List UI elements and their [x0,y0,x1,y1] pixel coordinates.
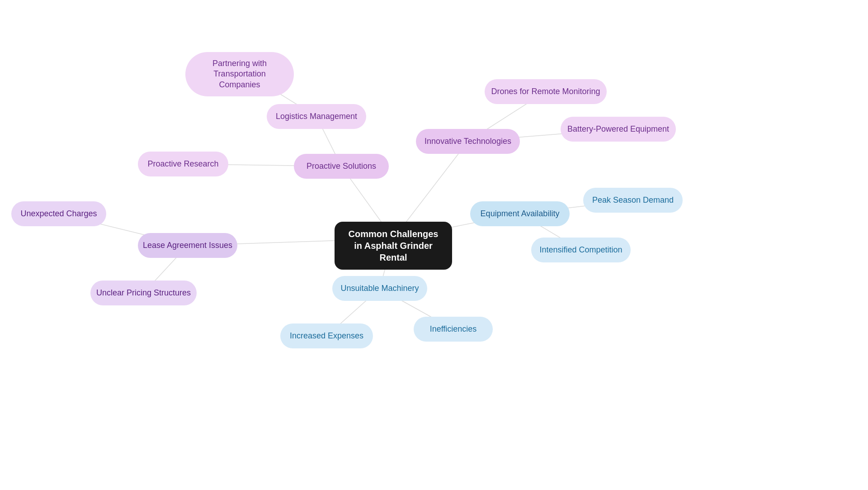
proactive-research-node: Proactive Research [138,152,228,176]
intensified-competition-node: Intensified Competition [531,238,631,262]
peak-season-demand-node: Peak Season Demand [583,188,683,213]
unsuitable-machinery-node: Unsuitable Machinery [332,276,427,301]
inefficiencies-node: Inefficiencies [414,317,493,342]
battery-powered-node: Battery-Powered Equipment [561,117,676,142]
equipment-availability-node: Equipment Availability [470,201,570,226]
logistics-management-node: Logistics Management [267,104,366,129]
drones-remote-node: Drones for Remote Monitoring [485,79,607,104]
unexpected-charges-node: Unexpected Charges [11,201,106,226]
lease-agreement-node: Lease Agreement Issues [138,233,237,258]
increased-expenses-node: Increased Expenses [280,323,373,348]
proactive-solutions-node: Proactive Solutions [294,154,389,179]
partnering-transportation-node: Partnering with Transportation Companies [185,52,294,96]
center-node: Common Challenges in Asphalt Grinder Ren… [335,222,452,270]
unclear-pricing-node: Unclear Pricing Structures [90,281,197,305]
innovative-technologies-node: Innovative Technologies [416,129,520,154]
